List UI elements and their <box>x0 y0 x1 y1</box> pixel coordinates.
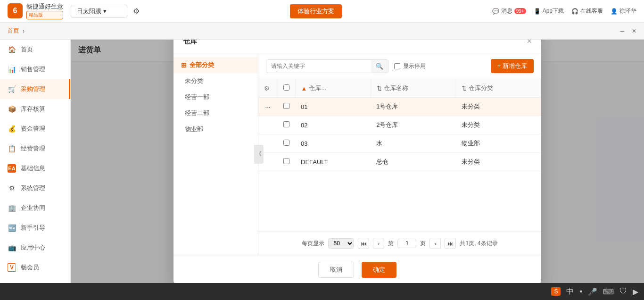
breadcrumb-home[interactable]: 首页 <box>8 27 19 35</box>
row-checkbox[interactable] <box>283 121 289 127</box>
row-name: 水 <box>371 134 456 153</box>
mic-icon[interactable]: 🎤 <box>588 287 597 296</box>
breadcrumb-separator: › <box>23 28 25 34</box>
window-close-btn[interactable]: ✕ <box>632 28 636 34</box>
table-row[interactable]: 02 2号仓库 未分类 <box>258 116 541 134</box>
sidebar-item-enterprise[interactable]: 🏢 企业协同 <box>0 198 70 218</box>
sidebar-item-inventory[interactable]: 📦 库存核算 <box>0 99 70 119</box>
settings-icon[interactable]: ⚙ <box>133 7 140 16</box>
page-label: 第 <box>388 240 394 248</box>
member-icon: V <box>8 263 16 272</box>
header-right: 💬 消息 99+ 📱 App下载 🎧 在线客服 👤 徐泽华 <box>492 7 636 15</box>
sidebar-item-home[interactable]: 🏠 首页 <box>0 40 70 59</box>
sidebar-item-system[interactable]: ⚙ 系统管理 <box>0 178 70 198</box>
modal-close-button[interactable]: × <box>527 40 532 46</box>
sidebar-label-operations: 经营管理 <box>21 144 45 153</box>
warehouse-modal: 仓库 × ⊞ 全部分类 未分类 经营一部 经营二部 物业部 《 <box>173 40 541 284</box>
user-avatar-icon: 👤 <box>611 8 618 15</box>
window-minimize-btn[interactable]: ─ <box>620 28 624 34</box>
grid-icon: ⊞ <box>181 61 187 69</box>
col-code-label: 仓库... <box>309 84 326 92</box>
operations-icon: 📋 <box>8 144 16 153</box>
total-info: 共1页, 4条记录 <box>460 240 497 248</box>
logo-area: 6 畅捷通好生意 精品版 <box>8 3 63 19</box>
sidebar-item-basic[interactable]: EA 基础信息 <box>0 158 70 178</box>
inventory-icon: 📦 <box>8 105 16 113</box>
headset-icon: 🎧 <box>571 8 578 15</box>
notification-badge: 99+ <box>514 8 526 14</box>
store-selector[interactable]: 日太阳膜 ▾ <box>71 5 127 18</box>
logo-badge: 精品版 <box>26 11 63 19</box>
category-item-ops2[interactable]: 经营二部 <box>173 105 258 121</box>
table-row[interactable]: ··· 01 1号仓库 未分类 <box>258 98 541 116</box>
row-checkbox-cell <box>277 116 295 134</box>
sidebar-item-finance[interactable]: 💰 资金管理 <box>0 119 70 139</box>
add-warehouse-button[interactable]: + 新增仓库 <box>491 59 534 73</box>
row-checkbox-cell <box>277 153 295 171</box>
category-all-item[interactable]: ⊞ 全部分类 <box>173 57 258 73</box>
row-action-dots[interactable]: ··· <box>265 103 271 110</box>
first-page-btn[interactable]: ⏮ <box>358 238 369 249</box>
page-size-select[interactable]: 50 100 200 <box>328 238 354 249</box>
show-disabled-checkbox[interactable]: 显示停用 <box>394 62 426 70</box>
row-checkbox[interactable] <box>283 140 289 146</box>
enterprise-icon: 🏢 <box>8 204 16 212</box>
online-service-btn[interactable]: 🎧 在线客服 <box>571 7 603 15</box>
page-suffix: 页 <box>420 240 426 248</box>
show-disabled-toggle[interactable] <box>394 63 400 69</box>
row-category: 未分类 <box>456 98 541 116</box>
sales-icon: 📊 <box>8 65 16 74</box>
category-item-ops1[interactable]: 经营一部 <box>173 89 258 105</box>
mobile-icon: 📱 <box>534 8 541 15</box>
keyboard-icon[interactable]: ⌨ <box>603 287 614 296</box>
sidebar-item-apps[interactable]: 📺 应用中心 <box>0 238 70 258</box>
row-checkbox[interactable] <box>283 158 289 164</box>
sidebar-item-member[interactable]: V 畅会员 <box>0 258 70 277</box>
logo-text-block: 畅捷通好生意 精品版 <box>26 3 63 19</box>
category-item-property[interactable]: 物业部 <box>173 121 258 137</box>
select-all-checkbox[interactable] <box>283 84 289 91</box>
confirm-button[interactable]: 确定 <box>362 262 396 278</box>
sidebar-label-home: 首页 <box>21 45 33 54</box>
collapse-category-btn[interactable]: 《 <box>254 145 264 164</box>
row-code: 02 <box>295 116 371 134</box>
cancel-button[interactable]: 取消 <box>318 262 354 278</box>
play-icon[interactable]: ▶ <box>633 287 638 296</box>
row-checkbox[interactable] <box>283 103 289 109</box>
search-input[interactable] <box>266 60 371 72</box>
row-checkbox-cell <box>277 134 295 153</box>
sidebar-item-operations[interactable]: 📋 经营管理 <box>0 139 70 158</box>
app-download-btn[interactable]: 📱 App下载 <box>534 7 564 15</box>
table-row[interactable]: 03 水 物业部 <box>258 134 541 153</box>
table-container: ⚙ ▲ 仓库... <box>258 79 541 232</box>
search-icon[interactable]: 🔍 <box>371 60 388 73</box>
message-icon: 💬 <box>492 8 499 15</box>
shield-icon[interactable]: 🛡 <box>619 287 627 296</box>
category-item-unclassified[interactable]: 未分类 <box>173 73 258 89</box>
table-row[interactable]: DEFAULT 总仓 未分类 <box>258 153 541 171</box>
store-name: 日太阳膜 <box>77 7 101 16</box>
row-gear-cell <box>258 116 277 134</box>
user-profile-btn[interactable]: 👤 徐泽华 <box>611 7 636 15</box>
next-page-btn[interactable]: › <box>429 238 441 249</box>
sidebar-item-sales[interactable]: 📊 销售管理 <box>0 59 70 79</box>
notification-btn[interactable]: 💬 消息 99+ <box>492 7 526 15</box>
th-category: ⇅ 仓库分类 <box>456 79 541 98</box>
th-name: ⇅ 仓库名称 <box>371 79 456 98</box>
last-page-btn[interactable]: ⏭ <box>445 238 456 249</box>
modal-footer: 取消 确定 <box>173 255 541 284</box>
category-panel: ⊞ 全部分类 未分类 经营一部 经营二部 物业部 《 <box>173 53 258 255</box>
modal-title: 仓库 <box>183 40 197 46</box>
sidebar-item-guide[interactable]: 🆕 新手引导 <box>0 218 70 238</box>
sidebar-label-finance: 资金管理 <box>21 125 45 133</box>
th-gear: ⚙ <box>258 79 277 98</box>
sidebar-item-purchase[interactable]: 🛒 采购管理 <box>0 79 70 99</box>
prev-page-btn[interactable]: ‹ <box>373 238 384 249</box>
try-industry-button[interactable]: 体验行业方案 <box>290 4 342 18</box>
sidebar-label-enterprise: 企业协同 <box>21 204 45 212</box>
current-page-input[interactable] <box>397 239 416 248</box>
chinese-input-icon[interactable]: 中 <box>566 287 574 297</box>
row-name: 总仓 <box>371 153 456 171</box>
table-body: ··· 01 1号仓库 未分类 02 2号仓库 未分类 03 水 物业部 <box>258 98 541 171</box>
row-category: 物业部 <box>456 134 541 153</box>
